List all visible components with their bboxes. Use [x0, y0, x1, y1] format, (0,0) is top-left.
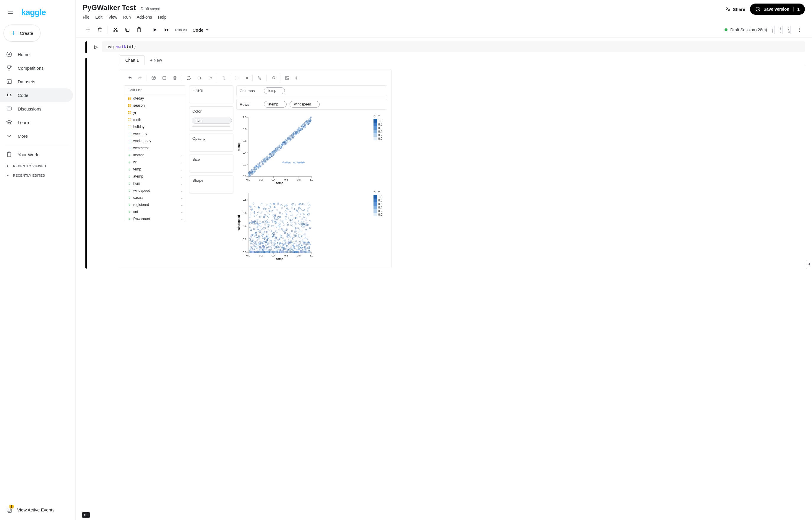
- menu-file[interactable]: File: [83, 15, 89, 20]
- cut-button[interactable]: [110, 25, 121, 35]
- field-item[interactable]: #instant⌄: [124, 152, 186, 159]
- config-icon[interactable]: [269, 74, 278, 82]
- menu-run[interactable]: Run: [123, 15, 131, 20]
- chevron-down-icon[interactable]: ⌄: [181, 182, 183, 185]
- cell-type-dropdown[interactable]: Code: [192, 27, 209, 32]
- run-all-label[interactable]: Run All: [175, 28, 187, 32]
- refresh-icon[interactable]: [184, 74, 193, 82]
- save-version-button[interactable]: Save Version 1: [750, 3, 805, 15]
- column-pill-temp[interactable]: temp: [264, 87, 285, 94]
- shelf-color[interactable]: Color hum: [189, 106, 233, 131]
- aggregate-icon[interactable]: [160, 74, 169, 82]
- row-pill-atemp[interactable]: atemp: [264, 101, 287, 107]
- field-item[interactable]: ☷dteday: [124, 95, 186, 102]
- run-all-icon[interactable]: [161, 25, 172, 35]
- session-status-text[interactable]: Draft Session (28m): [730, 27, 767, 32]
- sidebar-item-your-work[interactable]: Your Work: [0, 148, 73, 161]
- format-icon[interactable]: [255, 74, 264, 82]
- field-item[interactable]: ☷weekday: [124, 130, 186, 137]
- resource-cpu[interactable]: CPU: [780, 26, 783, 34]
- console-toggle[interactable]: >_: [82, 512, 90, 518]
- field-item[interactable]: #cnt⌄: [124, 208, 186, 215]
- sort-asc-icon[interactable]: [195, 74, 204, 82]
- code-editor[interactable]: pyg.walk(df): [102, 41, 805, 52]
- add-cell-button[interactable]: [83, 25, 94, 35]
- layout-settings-icon[interactable]: [244, 74, 250, 82]
- stack-icon[interactable]: [171, 74, 179, 82]
- expand-right-panel[interactable]: [806, 260, 812, 269]
- kaggle-logo[interactable]: kaggle: [21, 8, 46, 17]
- view-active-events[interactable]: 1 View Active Events: [0, 503, 75, 517]
- create-button[interactable]: + Create: [4, 25, 41, 42]
- field-item[interactable]: ☷weathersit: [124, 145, 186, 152]
- undo-icon[interactable]: [126, 74, 135, 82]
- share-button[interactable]: Share: [723, 4, 746, 15]
- menu-help[interactable]: Help: [158, 15, 167, 20]
- hamburger-menu-icon[interactable]: [5, 6, 17, 19]
- field-item[interactable]: ☷workingday: [124, 137, 186, 145]
- tab-chart1[interactable]: Chart 1: [120, 55, 145, 65]
- chevron-down-icon[interactable]: ⌄: [181, 217, 183, 221]
- field-item[interactable]: #hum⌄: [124, 180, 186, 187]
- sidebar-item-code[interactable]: Code: [0, 88, 73, 102]
- chevron-down-icon[interactable]: ⌄: [181, 161, 183, 164]
- shelf-opacity[interactable]: Opacity: [189, 134, 233, 152]
- run-cell-button[interactable]: [150, 25, 160, 35]
- chevron-down-icon[interactable]: ⌄: [181, 168, 183, 171]
- chevron-down-icon[interactable]: ⌄: [181, 175, 183, 178]
- copy-button[interactable]: [122, 25, 133, 35]
- sidebar-item-competitions[interactable]: Competitions: [0, 61, 73, 75]
- menu-edit[interactable]: Edit: [96, 15, 103, 20]
- paste-button[interactable]: [134, 25, 145, 35]
- field-item[interactable]: ☷yr: [124, 109, 186, 116]
- field-item[interactable]: #casual⌄: [124, 194, 186, 201]
- recently-edited-section[interactable]: RECENTLY EDITED: [0, 171, 75, 180]
- field-item[interactable]: #registered⌄: [124, 201, 186, 208]
- notebook-title[interactable]: PyGWalker Test: [83, 3, 136, 12]
- transpose-icon[interactable]: [219, 74, 229, 82]
- rows-shelf[interactable]: Rows atemp windspeed: [236, 99, 387, 110]
- menu-view[interactable]: View: [108, 15, 117, 20]
- cube-icon[interactable]: [149, 74, 158, 82]
- shelf-size[interactable]: Size: [189, 155, 233, 173]
- recently-viewed-section[interactable]: RECENTLY VIEWED: [0, 161, 75, 171]
- chevron-down-icon[interactable]: ⌄: [181, 203, 183, 207]
- color-pill[interactable]: hum: [192, 118, 232, 124]
- columns-shelf[interactable]: Columns temp: [236, 85, 387, 96]
- chevron-down-icon[interactable]: ⌄: [181, 189, 183, 192]
- field-item[interactable]: ☷holiday: [124, 123, 186, 130]
- resource-hdd[interactable]: HDD: [772, 26, 775, 34]
- field-item[interactable]: ☷season: [124, 102, 186, 109]
- field-item[interactable]: #Row count⌄: [124, 215, 186, 221]
- sidebar-item-more[interactable]: More: [0, 129, 73, 143]
- field-item[interactable]: #atemp⌄: [124, 173, 186, 180]
- delete-cell-button[interactable]: [95, 25, 105, 35]
- sidebar-item-datasets[interactable]: Datasets: [0, 75, 73, 88]
- field-item[interactable]: #hr⌄: [124, 159, 186, 166]
- chevron-down-icon[interactable]: ⌄: [181, 196, 183, 200]
- sidebar-item-home[interactable]: Home: [0, 48, 73, 61]
- sidebar-item-learn[interactable]: Learn: [0, 115, 73, 129]
- field-item[interactable]: #temp⌄: [124, 166, 186, 173]
- sidebar-item-discussions[interactable]: Discussions: [0, 102, 73, 115]
- layout-icon[interactable]: [233, 74, 242, 82]
- field-item[interactable]: #windspeed⌄: [124, 187, 186, 194]
- run-cell-inline-button[interactable]: [92, 44, 99, 52]
- chevron-down-icon[interactable]: ⌄: [181, 154, 183, 157]
- menu-addons[interactable]: Add-ons: [136, 15, 152, 20]
- chevron-down-icon[interactable]: ⌄: [181, 210, 183, 214]
- cell-output-marker[interactable]: [85, 58, 87, 268]
- row-pill-windspeed[interactable]: windspeed: [290, 101, 319, 107]
- tab-new[interactable]: + New: [145, 55, 167, 65]
- sort-desc-icon[interactable]: [206, 74, 214, 82]
- shelf-filters[interactable]: Filters: [189, 85, 233, 103]
- resource-ram[interactable]: RAM: [788, 26, 791, 34]
- redo-icon[interactable]: [135, 74, 144, 82]
- export-settings-icon[interactable]: [293, 74, 299, 82]
- export-image-icon[interactable]: [283, 74, 292, 82]
- shelf-shape[interactable]: Shape: [189, 176, 233, 193]
- field-item[interactable]: ☷mnth: [124, 116, 186, 123]
- cell-input-marker[interactable]: [85, 41, 87, 53]
- notebook-body[interactable]: pyg.walk(df) Chart 1 + New: [76, 38, 812, 520]
- more-options-button[interactable]: [794, 25, 805, 35]
